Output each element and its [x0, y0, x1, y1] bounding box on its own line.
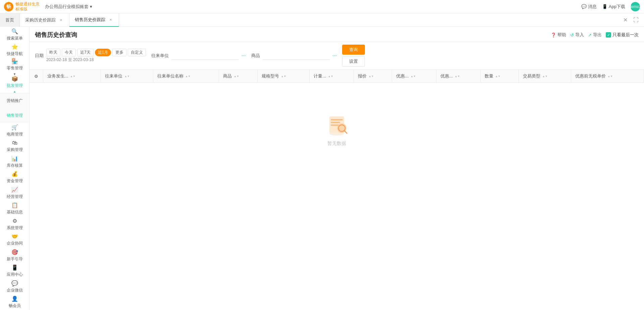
table-col-partner-code[interactable]: 往来单位 ▲▼ — [101, 70, 153, 83]
sort-icon: ▲▼ — [542, 75, 548, 78]
date-filter-label: 日期 — [35, 53, 44, 59]
partner-input[interactable] — [171, 52, 238, 60]
sidebar-item-enterprise[interactable]: 🤝 企业协同 — [0, 232, 29, 248]
tab-purchase-history[interactable]: 采购历史价跟踪 × — [20, 13, 69, 27]
table-col-partner-name[interactable]: 往来单位名称 ▲▼ — [153, 70, 219, 83]
table-col-discount2[interactable]: 优惠... ▲▼ — [436, 70, 481, 83]
app-download-button[interactable]: 📱 App下载 — [602, 4, 625, 10]
table-col-pre-tax[interactable]: 优惠前无税单价 ▲▼ — [571, 70, 644, 83]
sidebar-sub-item-marketing[interactable]: 营销推广 — [0, 93, 29, 108]
sidebar-item-purchase[interactable]: 🛍 采购管理 — [0, 139, 29, 154]
inventory-icon: 📊 — [11, 155, 18, 162]
sidebar-item-basic-info[interactable]: 📋 基础信息 — [0, 201, 29, 217]
sidebar-item-wechat[interactable]: 💬 企业微信 — [0, 279, 29, 295]
message-button[interactable]: 💬 消息 — [581, 4, 597, 10]
sidebar-item-finance[interactable]: 💰 资金管理 — [0, 170, 29, 186]
sort-icon: ▲▼ — [369, 75, 374, 78]
sort-icon: ▲▼ — [70, 75, 75, 78]
table-col-unit[interactable]: 计量... ▲▼ — [310, 70, 354, 83]
date-btn-custom[interactable]: 自定义 — [128, 49, 146, 56]
sidebar-item-operation[interactable]: 📈 经营管理 — [0, 185, 29, 201]
checkbox-checked-icon — [606, 32, 611, 38]
table-col-trade-type[interactable]: 交易类型 ▲▼ — [519, 70, 571, 83]
content-area: 销售历史价查询 ❓ 帮助 ↺ 导入 ↗ 导出 只看最后一次 — [30, 27, 644, 310]
help-icon: ❓ — [551, 33, 556, 38]
table-col-price[interactable]: 报价 ▲▼ — [354, 70, 392, 83]
date-buttons: 昨天 今天 近7天 近1月 更多 自定义 — [46, 49, 146, 56]
table-col-spec[interactable]: 规格型号 ▲▼ — [257, 70, 310, 83]
export-button[interactable]: ↗ 导出 — [588, 32, 602, 38]
star-icon: ⭐ — [11, 44, 18, 50]
sidebar-item-wholesale[interactable]: 📦 批发管理 ▴ — [0, 75, 29, 93]
query-button[interactable]: 查询 — [342, 45, 365, 55]
app-selector[interactable]: 办公用品行业模拟账套 ▾ — [42, 4, 95, 10]
last-only-checkbox[interactable]: 只看最后一次 — [606, 32, 639, 38]
table-header-row: ⚙ 业务发生... ▲▼ 往来单位 ▲▼ 往来单位名称 ▲▼ — [30, 70, 644, 83]
export-icon: ↗ — [588, 33, 592, 38]
sort-icon: ▲▼ — [328, 75, 333, 78]
sidebar-item-inventory[interactable]: 📊 库存核算 — [0, 154, 29, 170]
sidebar-item-app-center[interactable]: 📱 应用中心 — [0, 263, 29, 279]
tab-sales-history-label: 销售历史价跟踪 — [75, 17, 105, 23]
table-col-biz-date[interactable]: 业务发生... ▲▼ — [43, 70, 101, 83]
sidebar-item-search[interactable]: 🔍 搜索菜单 — [0, 27, 29, 43]
sidebar: 🔍 搜索菜单 ⭐ 快捷导航 🏪 零售管理 ▾ 📦 批发管理 ▴ 营销推广 销售管… — [0, 27, 30, 310]
top-bar-left: 畅 畅捷通好生意 标准版 办公用品行业模拟账套 ▾ — [4, 2, 95, 11]
help-button[interactable]: ❓ 帮助 — [551, 32, 566, 38]
import-button[interactable]: ↺ 导入 — [570, 32, 584, 38]
logo-icon: 畅 — [4, 2, 13, 11]
enterprise-icon: 🤝 — [11, 233, 18, 240]
partner-label: 往来单位 — [151, 53, 169, 59]
search-icon: 🔍 — [11, 28, 18, 35]
member-icon: 👤 — [11, 296, 18, 302]
chevron-down-icon: ▾ — [90, 4, 92, 9]
tab-sales-history-close[interactable]: × — [108, 17, 113, 22]
tab-purchase-history-close[interactable]: × — [58, 17, 64, 23]
sidebar-item-member[interactable]: 👤 畅会员 — [0, 295, 29, 310]
wholesale-icon: 📦 — [11, 75, 18, 82]
sidebar-item-newbie[interactable]: 🎯 新手引导 — [0, 248, 29, 263]
purchase-icon: 🛍 — [12, 140, 17, 146]
table-col-discount1[interactable]: 优惠... ▲▼ — [392, 70, 436, 83]
product-label: 商品 — [251, 53, 260, 59]
action-buttons: 查询 设置 — [342, 45, 365, 67]
table-header: ⚙ 业务发生... ▲▼ 往来单位 ▲▼ 往来单位名称 ▲▼ — [30, 70, 644, 83]
tab-maximize-button[interactable]: ⛶ — [632, 16, 640, 24]
partner-dots[interactable]: ··· — [241, 53, 246, 59]
tab-close-all-button[interactable]: ✕ — [621, 16, 629, 24]
date-btn-7days[interactable]: 近7天 — [77, 49, 94, 56]
table-col-product[interactable]: 商品 ▲▼ — [219, 70, 257, 83]
date-btn-yesterday[interactable]: 昨天 — [46, 49, 60, 56]
system-icon: ⚙ — [12, 218, 17, 224]
user-avatar[interactable]: demo2 — [631, 2, 640, 11]
sidebar-item-system[interactable]: ⚙ 系统管理 — [0, 216, 29, 232]
gear-icon: ⚙ — [34, 74, 38, 79]
date-btn-more[interactable]: 更多 — [112, 49, 126, 56]
message-icon: 💬 — [581, 4, 587, 9]
settings-button[interactable]: 设置 — [342, 56, 365, 67]
table-col-gear[interactable]: ⚙ — [30, 70, 43, 83]
product-dots[interactable]: ··· — [332, 53, 337, 59]
date-btn-today[interactable]: 今天 — [62, 49, 76, 56]
date-filter-wrap: 昨天 今天 近7天 近1月 更多 自定义 2023-02-18 至 2023-0… — [46, 49, 146, 63]
sidebar-item-retail[interactable]: 🏪 零售管理 ▾ — [0, 58, 29, 75]
sidebar-sub-item-sales-mgmt[interactable]: 销售管理 — [0, 108, 29, 123]
table-wrap: ⚙ 业务发生... ▲▼ 往来单位 ▲▼ 往来单位名称 ▲▼ — [30, 70, 644, 310]
sort-icon: ▲▼ — [495, 75, 500, 78]
sidebar-item-ecom[interactable]: 🛒 电商管理 — [0, 123, 29, 139]
date-range-display: 2023-02-18 至 2023-03-18 — [46, 57, 146, 63]
tab-home[interactable]: 首页 — [0, 13, 20, 27]
sort-icon: ▲▼ — [234, 75, 239, 78]
main-layout: 🔍 搜索菜单 ⭐ 快捷导航 🏪 零售管理 ▾ 📦 批发管理 ▴ 营销推广 销售管… — [0, 27, 644, 310]
retail-icon: 🏪 — [11, 58, 18, 64]
svg-rect-3 — [331, 122, 340, 123]
table-col-qty[interactable]: 数量 ▲▼ — [480, 70, 519, 83]
date-btn-1month[interactable]: 近1月 — [95, 49, 111, 56]
data-table: ⚙ 业务发生... ▲▼ 往来单位 ▲▼ 往来单位名称 ▲▼ — [30, 70, 644, 83]
product-input[interactable] — [263, 52, 330, 60]
sidebar-sub-wholesale: 营销推广 销售管理 — [0, 93, 29, 123]
partner-filter-group: 往来单位 ··· — [151, 52, 246, 60]
avatar: demo2 — [631, 2, 640, 11]
tab-sales-history[interactable]: 销售历史价跟踪 × — [69, 13, 119, 27]
sidebar-item-shortcut[interactable]: ⭐ 快捷导航 — [0, 43, 29, 58]
